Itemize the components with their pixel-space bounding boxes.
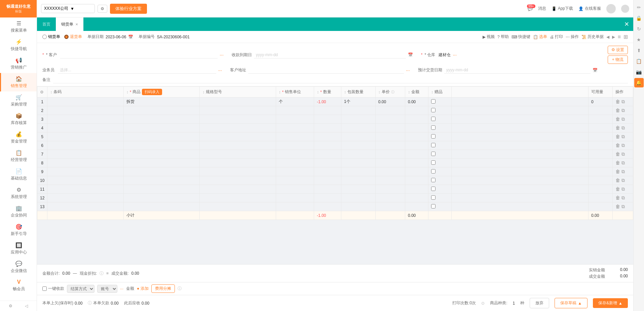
cell-spec[interactable] (200, 115, 276, 124)
cell-spec[interactable] (200, 194, 276, 202)
cell-barcode[interactable] (47, 124, 123, 132)
shortcut-btn[interactable]: ⌨ 快捷键 (512, 34, 530, 40)
next-icon[interactable]: ▶ (612, 35, 615, 39)
copy-icon[interactable]: ⧉ (621, 160, 625, 166)
expected-calendar-icon[interactable]: 📅 (593, 68, 598, 73)
product-input[interactable] (126, 161, 197, 165)
spec-input[interactable] (202, 108, 273, 113)
sort-icon[interactable]: ↕ (126, 90, 128, 94)
grid-view-icon[interactable]: ⊞ (623, 34, 628, 40)
product-input[interactable] (126, 108, 197, 113)
gift-checkbox[interactable] (431, 125, 435, 130)
product-input[interactable] (126, 143, 197, 148)
online-service-button[interactable]: 👤 在线客服 (578, 6, 601, 11)
help-btn[interactable]: ? 帮助 (497, 34, 509, 40)
delete-icon[interactable]: 🗑 (615, 116, 620, 122)
sidebar-item-system[interactable]: ⚙ 系统管理 (0, 184, 37, 202)
spec-input[interactable] (202, 187, 273, 192)
gear-button[interactable]: ⚙ (98, 5, 107, 13)
settings-button[interactable]: ⚙ 设置 (608, 46, 628, 54)
right-panel-lock[interactable]: 🔒 (634, 13, 644, 23)
sidebar-item-finance[interactable]: 💰 资金管理 (0, 128, 37, 147)
operate-btn[interactable]: ⋯ 操作 (566, 34, 579, 40)
sort-icon[interactable]: ↕ (431, 90, 433, 94)
cell-barcode[interactable] (47, 194, 123, 202)
sidebar-item-guide[interactable]: 🎯 新手引导 (0, 221, 37, 239)
salesperson-ellipsis-btn[interactable]: ··· (218, 68, 222, 73)
right-panel-star[interactable]: ★ (634, 35, 644, 44)
copy-icon[interactable]: ⧉ (621, 204, 625, 209)
cell-barcode[interactable] (47, 106, 123, 115)
gift-checkbox[interactable] (431, 134, 435, 139)
account-ellipsis-btn[interactable]: ··· (120, 286, 123, 291)
delete-icon[interactable]: 🗑 (615, 99, 620, 105)
sidebar-item-marketing[interactable]: 📢 营销推广 (0, 54, 37, 73)
sort-icon[interactable]: ↕ (344, 90, 346, 94)
logistics-button[interactable]: + 物流 (608, 55, 628, 64)
gift-checkbox[interactable] (431, 178, 435, 182)
sort-icon[interactable]: ↕ (317, 90, 319, 94)
delete-icon[interactable]: 🗑 (615, 108, 620, 113)
cell-spec[interactable] (200, 132, 276, 141)
copy-icon[interactable]: ⧉ (621, 186, 625, 192)
product-input[interactable] (126, 134, 197, 139)
save-draft-button[interactable]: 保存草稿 ▲ (555, 298, 588, 308)
copy-icon[interactable]: ⧉ (621, 134, 625, 140)
product-input[interactable] (126, 204, 197, 209)
calendar-icon[interactable]: 📅 (128, 35, 133, 39)
sidebar-settings-icon[interactable]: ⚙ (9, 304, 12, 308)
barcode-input[interactable] (50, 152, 120, 157)
copy-icon[interactable]: ⧉ (621, 169, 625, 174)
company-selector[interactable]: XXXXXX公司 ▼ (41, 4, 95, 13)
tab-home[interactable]: 首页 (37, 17, 56, 31)
cell-barcode[interactable] (47, 150, 123, 159)
fee-split-button[interactable]: 费用分摊 (151, 284, 175, 293)
barcode-input[interactable] (50, 108, 120, 113)
remark-input[interactable] (53, 76, 628, 83)
sidebar-item-member[interactable]: V 畅会员 (0, 276, 37, 295)
cell-barcode[interactable] (47, 98, 123, 106)
user-avatar2[interactable] (621, 5, 629, 13)
cell-spec[interactable] (200, 150, 276, 159)
product-input[interactable] (126, 152, 197, 157)
current-owe-icon[interactable]: ⓘ (88, 300, 92, 306)
cell-barcode[interactable] (47, 132, 123, 141)
delete-icon[interactable]: 🗑 (615, 186, 620, 192)
sidebar-item-inventory[interactable]: 📦 库存核算 (0, 110, 37, 128)
copy-icon[interactable]: ⧉ (621, 151, 625, 157)
product-input[interactable] (126, 126, 197, 130)
save-new-button[interactable]: 保存&新增 ▲ (593, 298, 628, 308)
gift-checkbox[interactable] (431, 187, 435, 191)
gift-checkbox[interactable] (431, 117, 435, 121)
sidebar-item-operations[interactable]: 📋 经营管理 (0, 147, 37, 165)
gift-checkbox[interactable] (431, 204, 435, 208)
cell-barcode[interactable] (47, 202, 123, 211)
sidebar-item-app[interactable]: 🔲 应用中心 (0, 239, 37, 258)
expected-date-input[interactable] (444, 67, 591, 74)
customer-addr-input[interactable] (248, 67, 404, 74)
account-select[interactable]: 账号 (97, 285, 117, 293)
due-date-calendar-icon[interactable]: 📅 (408, 52, 413, 57)
delete-icon[interactable]: 🗑 (615, 195, 620, 201)
user-avatar[interactable] (606, 4, 616, 13)
gift-checkbox[interactable] (431, 152, 435, 156)
sidebar-item-search[interactable]: ☰ 搜索菜单 (0, 17, 37, 36)
tab-close-icon[interactable]: ✕ (75, 23, 78, 26)
product-input[interactable] (126, 169, 197, 174)
due-date-input[interactable] (254, 51, 406, 59)
window-close-button[interactable]: ✕ (620, 17, 633, 31)
product-type-icon[interactable]: ⊙ (481, 301, 485, 306)
select-btn[interactable]: 📋 选单 (533, 34, 547, 40)
cell-barcode[interactable] (47, 115, 123, 124)
return-radio-input[interactable] (64, 35, 69, 39)
cell-spec[interactable] (200, 202, 276, 211)
sort-icon[interactable]: ↕ (202, 90, 204, 94)
payment-method-select[interactable]: 结算方式 (67, 285, 94, 293)
right-panel-alert[interactable]: 🔔 (634, 78, 644, 87)
sort-icon[interactable]: ↕ (408, 90, 410, 94)
message-button[interactable]: 💬 99+ (528, 6, 533, 11)
cell-spec[interactable] (200, 185, 276, 194)
info-icon[interactable]: ⓘ (391, 90, 394, 94)
warehouse-ellipsis-btn[interactable]: ··· (453, 52, 457, 57)
barcode-input[interactable] (50, 143, 120, 148)
